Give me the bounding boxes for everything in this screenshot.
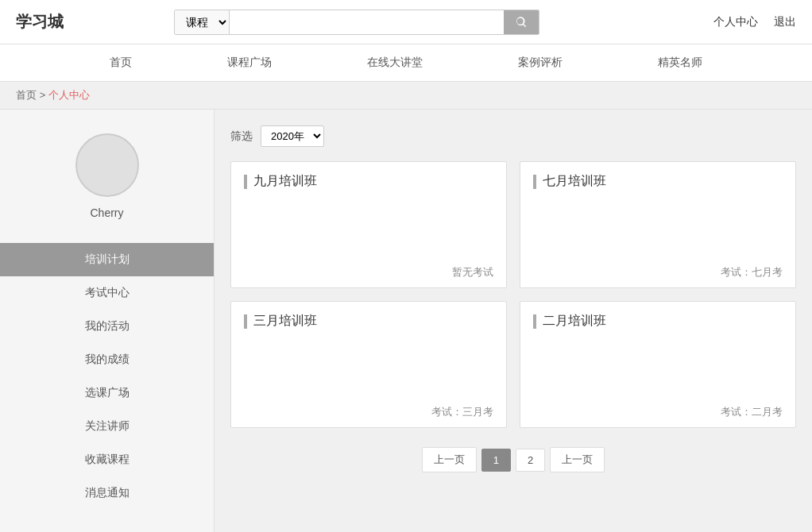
nav-item-case[interactable]: 案例评析	[470, 44, 610, 81]
logo: 学习城	[16, 11, 64, 33]
sidebar-item-my-scores[interactable]: 我的成绩	[0, 343, 214, 376]
header-actions: 个人中心 退出	[713, 15, 796, 29]
card-header-february: 二月培训班	[520, 302, 795, 337]
content-area: 筛选 2020年 2018年 2019年 2021年 九月培训班 暂无考试	[215, 110, 812, 532]
filter-label: 筛选	[230, 129, 253, 144]
filter-bar: 筛选 2020年 2018年 2019年 2021年	[230, 125, 796, 147]
card-february[interactable]: 二月培训班 考试：二月考	[520, 301, 796, 428]
main-layout: Cherry 培训计划 考试中心 我的活动 我的成绩 选课广场 关注讲师 收藏课…	[0, 110, 812, 532]
card-title-february: 二月培训班	[543, 313, 606, 330]
card-september[interactable]: 九月培训班 暂无考试	[230, 161, 507, 288]
card-accent-september	[244, 175, 247, 189]
card-march[interactable]: 三月培训班 考试：三月考	[230, 301, 507, 428]
sidebar-item-exam-center[interactable]: 考试中心	[0, 276, 214, 310]
card-body-february	[520, 337, 795, 397]
sidebar-item-course-market[interactable]: 选课广场	[0, 376, 214, 410]
sidebar-profile: Cherry	[0, 110, 214, 235]
breadcrumb-separator: >	[40, 89, 48, 101]
sidebar-item-follow-lecturer[interactable]: 关注讲师	[0, 410, 214, 443]
sidebar-item-favorite-courses[interactable]: 收藏课程	[0, 443, 214, 476]
next-page-button[interactable]: 上一页	[550, 447, 605, 472]
year-filter-select[interactable]: 2020年 2018年 2019年 2021年	[261, 125, 324, 147]
card-accent-february	[533, 314, 536, 329]
breadcrumb: 首页 > 个人中心	[0, 82, 812, 110]
card-footer-july: 考试：七月考	[520, 257, 795, 287]
card-footer-september: 暂无考试	[231, 257, 506, 287]
nav-item-courses[interactable]: 课程广场	[180, 44, 319, 81]
search-bar: 课程	[174, 10, 539, 35]
pagination: 上一页 1 2 上一页	[230, 447, 796, 472]
avatar	[75, 133, 139, 197]
card-accent-march	[244, 314, 247, 329]
card-july[interactable]: 七月培训班 考试：七月考	[520, 161, 796, 288]
username: Cherry	[90, 206, 123, 219]
card-header-september: 九月培训班	[231, 162, 506, 198]
logout-link[interactable]: 退出	[774, 15, 796, 29]
prev-page-button[interactable]: 上一页	[422, 447, 477, 472]
card-footer-march: 考试：三月考	[231, 397, 506, 427]
card-body-march	[231, 337, 506, 397]
card-footer-february: 考试：二月考	[520, 397, 795, 427]
main-nav: 首页 课程广场 在线大讲堂 案例评析 精英名师	[0, 44, 812, 82]
nav-item-lecture[interactable]: 在线大讲堂	[319, 44, 470, 81]
card-header-march: 三月培训班	[231, 302, 506, 337]
header: 学习城 课程 个人中心 退出	[0, 0, 812, 44]
page-2-button[interactable]: 2	[516, 449, 545, 472]
card-body-september	[231, 198, 506, 257]
card-accent-july	[533, 175, 536, 189]
card-title-march: 三月培训班	[253, 313, 317, 330]
breadcrumb-current[interactable]: 个人中心	[48, 89, 90, 101]
sidebar-menu: 培训计划 考试中心 我的活动 我的成绩 选课广场 关注讲师 收藏课程 消息通知	[0, 243, 214, 510]
search-category-select[interactable]: 课程	[175, 10, 230, 34]
card-title-july: 七月培训班	[543, 173, 606, 190]
sidebar: Cherry 培训计划 考试中心 我的活动 我的成绩 选课广场 关注讲师 收藏课…	[0, 110, 215, 532]
personal-center-link[interactable]: 个人中心	[713, 15, 758, 29]
breadcrumb-home[interactable]: 首页	[16, 89, 37, 101]
search-icon	[515, 16, 528, 29]
cards-grid: 九月培训班 暂无考试 七月培训班 考试：七月考 三月培训班 考试	[230, 161, 796, 428]
nav-item-elite[interactable]: 精英名师	[610, 44, 750, 81]
page-1-button[interactable]: 1	[481, 449, 511, 472]
nav-item-home[interactable]: 首页	[62, 44, 180, 81]
search-input[interactable]	[230, 11, 504, 33]
card-title-september: 九月培训班	[253, 173, 317, 190]
sidebar-item-my-activities[interactable]: 我的活动	[0, 310, 214, 343]
card-header-july: 七月培训班	[520, 162, 795, 198]
sidebar-item-messages[interactable]: 消息通知	[0, 476, 214, 510]
search-button[interactable]	[504, 10, 539, 34]
card-body-july	[520, 198, 795, 257]
sidebar-item-training-plan[interactable]: 培训计划	[0, 243, 214, 276]
